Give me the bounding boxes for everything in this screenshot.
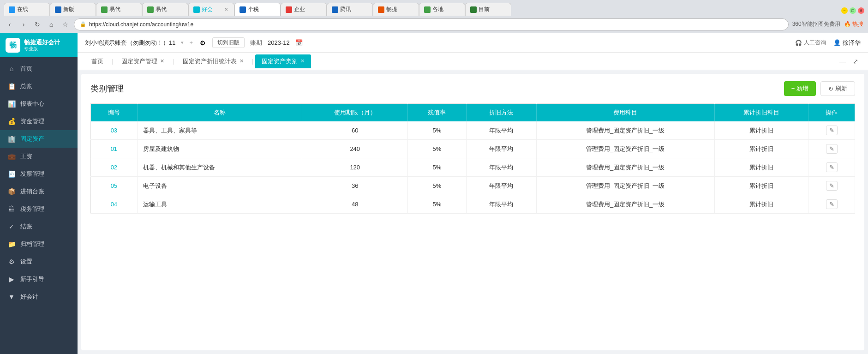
- tab-browser-9[interactable]: 畅提: [373, 3, 419, 16]
- invoice-icon: 🧾: [7, 170, 16, 178]
- col-header-accumulated: 累计折旧科目: [714, 104, 808, 122]
- security-icon: 🔒: [80, 21, 86, 27]
- edit-icon[interactable]: ✎: [826, 126, 838, 135]
- funds-icon: 💰: [7, 118, 16, 125]
- sidebar-item-more[interactable]: ▼ 好会计: [0, 288, 78, 306]
- top-header: 刘小艳演示账套（勿删勿动！）11 ▾ + ⚙ 切到旧版 账期 2023-12 📅…: [78, 33, 868, 53]
- sidebar-item-tax[interactable]: 🏛 税务管理: [0, 200, 78, 218]
- add-button[interactable]: + 新增: [784, 81, 816, 96]
- cell-accumulated: 累计折旧: [714, 158, 808, 177]
- tab-browser-11[interactable]: 目前: [465, 3, 511, 16]
- purchase-icon: 📦: [7, 188, 16, 195]
- data-table: 编号 名称 使用期限（月） 残值率 折旧方法 费用科目 累计折旧科目 操作 03…: [90, 103, 855, 214]
- cell-code: 05: [91, 177, 138, 195]
- sidebar-item-guide[interactable]: ▶ 新手引导: [0, 270, 78, 288]
- sidebar-item-ledger[interactable]: 📋 总账: [0, 78, 78, 95]
- cell-name: 房屋及建筑物: [137, 140, 302, 158]
- col-header-code: 编号: [91, 104, 138, 122]
- edit-icon[interactable]: ✎: [826, 144, 838, 154]
- tab-close-category[interactable]: ✕: [300, 58, 305, 64]
- back-button[interactable]: ‹: [5, 19, 15, 30]
- col-header-method: 折旧方法: [466, 104, 536, 122]
- main-content: 刘小艳演示账套（勿删勿动！）11 ▾ + ⚙ 切到旧版 账期 2023-12 📅…: [78, 33, 868, 354]
- browser-address-bar: ‹ › ↻ ⌂ ☆ 🔒 https://cloud.chanjet.com/ac…: [0, 16, 868, 33]
- archive-icon: 📁: [7, 240, 16, 248]
- cell-accumulated: 累计折旧: [714, 195, 808, 214]
- salary-icon: 💼: [7, 153, 16, 160]
- service-button[interactable]: 🎧 人工咨询: [795, 39, 826, 47]
- hot-icon: 🔥 热搜: [844, 20, 863, 28]
- sidebar-item-funds[interactable]: 💰 资金管理: [0, 113, 78, 130]
- page-header: 类别管理 + 新增 ↻ 刷新: [90, 81, 855, 96]
- url-text: https://cloud.chanjet.com/accounting/uw1…: [89, 21, 193, 28]
- sidebar-nav: ⌂ 首页 📋 总账 📊 报表中心 💰 资金管理 🏢 固定资产 💼 工资: [0, 57, 78, 354]
- period-value: 2023-12: [268, 39, 290, 46]
- tab-browser-7[interactable]: 企业: [281, 3, 327, 16]
- header-actions: + 新增 ↻ 刷新: [784, 81, 855, 96]
- home-icon: ⌂: [7, 65, 16, 72]
- content-tab-minimize[interactable]: —: [838, 56, 848, 66]
- cell-expense: 管理费用_固定资产折旧_一级: [536, 177, 714, 195]
- browser-tab-bar: 在线 新版 易代 易代 好会 ✕ 个税 企业 腾讯 畅提 各地 目前 −: [0, 0, 868, 16]
- sidebar-item-reports[interactable]: 📊 报表中心: [0, 95, 78, 113]
- cell-period: 60: [302, 121, 408, 140]
- switch-version-button[interactable]: 切到旧版: [212, 37, 245, 48]
- refresh-icon: ↻: [828, 85, 833, 92]
- refresh-button[interactable]: ↻ 刷新: [820, 81, 855, 96]
- tax-icon: 🏛: [7, 205, 16, 213]
- sidebar-item-purchase[interactable]: 📦 进销台账: [0, 183, 78, 200]
- dropdown-arrow[interactable]: ▾: [181, 40, 184, 46]
- tab-category[interactable]: 固定资产类别 ✕: [255, 54, 311, 68]
- tab-browser-8[interactable]: 腾讯: [327, 3, 373, 16]
- bookmark-button[interactable]: ☆: [60, 19, 70, 30]
- tab-close-depreciation[interactable]: ✕: [239, 58, 244, 64]
- sidebar-item-archive[interactable]: 📁 归档管理: [0, 235, 78, 253]
- sidebar-item-fixed[interactable]: 🏢 固定资产: [0, 130, 78, 148]
- edit-icon[interactable]: ✎: [826, 181, 838, 191]
- cell-residual: 5%: [408, 140, 466, 158]
- tab-browser-2[interactable]: 新版: [50, 3, 96, 16]
- tab-browser-1[interactable]: 在线: [4, 3, 50, 16]
- cell-residual: 5%: [408, 121, 466, 140]
- add-icon[interactable]: +: [189, 39, 193, 46]
- reload-button[interactable]: ↻: [32, 19, 42, 30]
- home-button[interactable]: ⌂: [46, 19, 56, 30]
- col-header-period: 使用期限（月）: [302, 104, 408, 122]
- tab-fixed-mgmt[interactable]: 固定资产管理 ✕: [115, 54, 171, 68]
- settings-gear[interactable]: ⚙: [198, 39, 207, 47]
- close-button[interactable]: ✕: [858, 7, 864, 14]
- maximize-button[interactable]: □: [850, 7, 856, 14]
- tab-browser-5[interactable]: 好会 ✕: [188, 3, 234, 16]
- cell-code: 04: [91, 195, 138, 214]
- table-row: 05 电子设备 36 5% 年限平均 管理费用_固定资产折旧_一级 累计折旧 ✎: [91, 177, 855, 195]
- tab-depreciation[interactable]: 固定资产折旧统计表 ✕: [176, 54, 250, 68]
- sidebar-item-settings[interactable]: ⚙ 设置: [0, 253, 78, 270]
- tab-close-5[interactable]: ✕: [223, 6, 229, 12]
- url-bar[interactable]: 🔒 https://cloud.chanjet.com/accounting/u…: [74, 18, 789, 30]
- cell-code: 01: [91, 140, 138, 158]
- cell-period: 36: [302, 177, 408, 195]
- sidebar-item-home[interactable]: ⌂ 首页: [0, 60, 78, 78]
- cell-method: 年限平均: [466, 140, 536, 158]
- tab-close-fixed-mgmt[interactable]: ✕: [160, 58, 164, 64]
- tab-browser-4[interactable]: 易代: [142, 3, 188, 16]
- content-tabs: 首页 | 固定资产管理 ✕ | 固定资产折旧统计表 ✕ | 固定资产类别 ✕ —…: [78, 53, 868, 70]
- cell-action: ✎: [808, 195, 855, 214]
- user-avatar[interactable]: 👤 徐泽华: [833, 39, 861, 47]
- sidebar-item-salary[interactable]: 💼 工资: [0, 148, 78, 165]
- logo-text: 畅捷通好会计 专业版: [24, 39, 60, 52]
- tab-browser-10[interactable]: 各地: [419, 3, 465, 16]
- forward-button[interactable]: ›: [18, 19, 29, 30]
- edit-icon[interactable]: ✎: [826, 199, 838, 209]
- edit-icon[interactable]: ✎: [826, 162, 838, 172]
- cell-accumulated: 累计折旧: [714, 177, 808, 195]
- calendar-icon[interactable]: 📅: [295, 39, 303, 46]
- sidebar-item-invoice[interactable]: 🧾 发票管理: [0, 165, 78, 183]
- tab-browser-3[interactable]: 易代: [96, 3, 142, 16]
- minimize-button[interactable]: −: [841, 7, 848, 14]
- tab-browser-6[interactable]: 个税: [234, 3, 281, 16]
- content-tab-maximize[interactable]: ⤢: [850, 56, 861, 66]
- headphone-icon: 🎧: [795, 40, 802, 46]
- tab-home[interactable]: 首页: [85, 54, 110, 68]
- sidebar-item-checkout[interactable]: ✓ 结账: [0, 218, 78, 235]
